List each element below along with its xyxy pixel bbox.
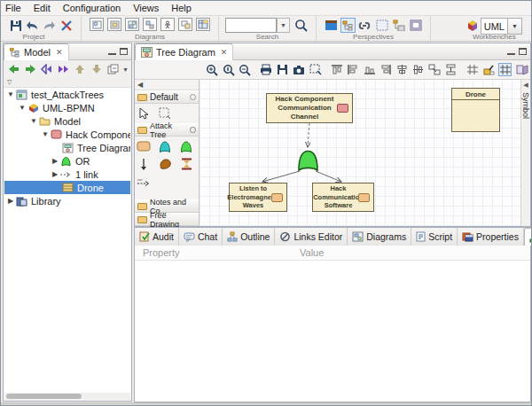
clear-diagram-icon[interactable] (515, 63, 528, 76)
node-drone-block[interactable]: Drone (451, 88, 500, 132)
expander-icon[interactable]: ▼ (41, 130, 50, 138)
palette-section-default[interactable]: Default (135, 90, 199, 104)
perspective-outline-icon[interactable] (391, 18, 406, 33)
palette-section-free-drawing[interactable]: Free Drawing (135, 213, 199, 226)
node-leaf-listen[interactable]: Listen to Electromagnetic Waves (229, 183, 287, 212)
model-filter-row[interactable]: ▽ (4, 78, 131, 88)
menu-file[interactable]: File (5, 3, 21, 13)
tab-close-icon[interactable]: ✕ (56, 48, 63, 57)
collapse-all-icon[interactable] (106, 62, 120, 77)
column-property[interactable]: Property (135, 247, 300, 258)
node-root-attack[interactable]: Hack Component Communication Channel (266, 93, 353, 123)
expander-icon[interactable]: ▼ (6, 90, 15, 98)
perspective-tree-icon[interactable] (340, 18, 356, 33)
tab-script[interactable]: Script (411, 228, 458, 246)
expander-icon[interactable]: ▼ (29, 117, 38, 125)
tree-item-project[interactable]: ▼ test_AttackTrees (4, 88, 130, 101)
save-icon[interactable] (8, 18, 23, 33)
sequence-node-tool-icon[interactable] (158, 157, 172, 171)
move-up-icon[interactable] (74, 62, 87, 77)
nav-back-icon[interactable] (7, 62, 20, 77)
menu-help[interactable]: Help (171, 3, 192, 13)
tree-item-or[interactable]: ▶ OR (4, 154, 130, 168)
save-diagram-icon[interactable] (276, 63, 288, 76)
align-right-icon[interactable] (379, 63, 392, 76)
capture-icon[interactable] (293, 63, 305, 76)
search-dropdown-button[interactable]: ▼ (277, 18, 290, 33)
pin-icon[interactable] (190, 94, 196, 100)
tab-model[interactable]: Model ✕ (4, 43, 69, 60)
perspective-window-icon[interactable] (408, 18, 423, 33)
palette-collapse-icon[interactable]: ◀ (135, 80, 199, 90)
tree-item-model[interactable]: ▼ Model (4, 114, 130, 128)
expander-icon[interactable]: ▼ (18, 104, 27, 112)
tree-item-uml-bpmn[interactable]: ▼ UML-BPMN (4, 101, 130, 114)
symbol-sidebar[interactable]: ◀ Symbol (520, 80, 530, 226)
expander-icon[interactable]: ▶ (51, 157, 59, 165)
countermeasure-tool-icon[interactable] (158, 139, 172, 153)
column-value[interactable]: Value (300, 247, 324, 258)
next-diff-icon[interactable] (57, 62, 70, 77)
marquee-tool-icon[interactable] (158, 106, 172, 121)
properties-table-body[interactable] (135, 261, 530, 402)
new-diagram-3-icon[interactable] (125, 18, 139, 31)
redo-icon[interactable] (42, 18, 57, 33)
new-diagram-4-icon[interactable] (143, 18, 157, 31)
tab-attack-tree[interactable]: Attack Tree ✕ (524, 228, 532, 246)
tab-links-editor[interactable]: Links Editor (275, 228, 348, 246)
tab-audit[interactable]: Audit (135, 228, 179, 246)
timer-tool-icon[interactable] (179, 157, 193, 171)
center-horizontal-icon[interactable] (412, 63, 425, 76)
zoom-in-icon[interactable] (206, 63, 218, 76)
settings-tools-icon[interactable] (59, 18, 74, 33)
new-diagram-5-icon[interactable] (160, 18, 175, 31)
align-left-icon[interactable] (347, 63, 359, 76)
perspective-dotted-icon[interactable] (374, 18, 389, 33)
center-vertical-icon[interactable] (395, 63, 408, 76)
undo-icon[interactable] (25, 18, 40, 33)
attack-node-tool-icon[interactable] (137, 139, 151, 153)
move-down-icon[interactable] (90, 62, 104, 77)
tab-close-icon[interactable]: ✕ (221, 48, 228, 57)
select-region-icon[interactable] (309, 63, 321, 76)
tab-properties[interactable]: Properties (458, 228, 524, 246)
maximize-icon[interactable] (120, 48, 128, 55)
cursor-tool-icon[interactable] (137, 106, 151, 121)
or-gate-tool-icon[interactable] (179, 139, 193, 153)
tab-tree-diagram[interactable]: Tree Diagram ✕ (135, 43, 233, 60)
or-gate-shape[interactable] (296, 148, 321, 173)
menu-configuration[interactable]: Configuration (63, 3, 121, 13)
nav-forward-icon[interactable] (24, 62, 37, 77)
tab-chat[interactable]: Chat (179, 228, 223, 246)
new-diagram-6-icon[interactable] (178, 18, 192, 31)
grid-icon[interactable] (466, 63, 479, 76)
tree-item-library[interactable]: ▶ Library (4, 194, 130, 207)
prev-diff-icon[interactable] (40, 62, 53, 77)
tree-item-tree-diagram[interactable]: Tree Diagram (4, 141, 130, 154)
perspective-design-icon[interactable] (324, 18, 339, 33)
tree-item-hack-component[interactable]: ▼ Hack Component Cor (4, 128, 130, 141)
new-diagram-2-icon[interactable] (107, 18, 121, 31)
print-icon[interactable] (260, 63, 272, 76)
new-table-icon[interactable] (196, 18, 210, 31)
maximize-icon[interactable] (519, 48, 527, 55)
same-size-icon[interactable] (428, 63, 441, 76)
align-bottom-icon[interactable] (363, 63, 375, 76)
minimize-icon[interactable] (507, 48, 515, 55)
tab-outline[interactable]: Outline (223, 228, 275, 246)
model-horizontal-scrollbar[interactable] (4, 393, 130, 400)
diagram-canvas[interactable]: Hack Component Communication Channel Dro… (200, 80, 520, 226)
menu-edit[interactable]: Edit (34, 3, 51, 13)
search-icon[interactable] (293, 18, 309, 33)
align-top-icon[interactable] (330, 63, 342, 76)
minimize-icon[interactable] (108, 48, 116, 55)
snap-grid-icon[interactable] (498, 63, 512, 76)
paint-background-icon[interactable] (482, 63, 495, 76)
scrollbar-thumb[interactable] (6, 394, 82, 399)
collapse-left-icon[interactable]: ◀ (521, 82, 530, 89)
expander-icon[interactable]: ▶ (6, 197, 15, 205)
expander-icon[interactable]: ▶ (51, 170, 59, 178)
node-leaf-hacksw[interactable]: Hack Communication Software (312, 183, 374, 212)
new-diagram-1-icon[interactable] (90, 18, 104, 31)
tree-item-drone[interactable]: Drone (4, 181, 130, 194)
